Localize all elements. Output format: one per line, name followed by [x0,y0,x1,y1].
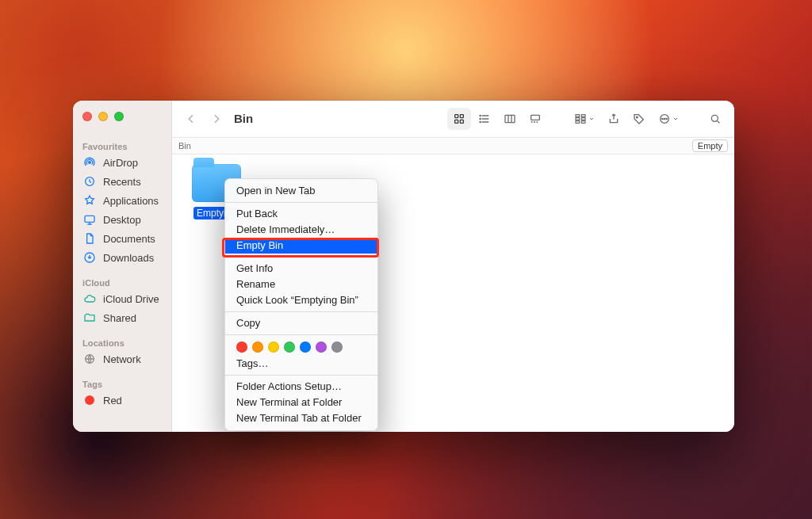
search-button[interactable] [704,108,726,130]
toolbar: Bin [172,101,734,137]
cm-tag-orange[interactable] [252,342,263,353]
svg-rect-13 [531,115,540,120]
finder-window: Favourites AirDrop Recents Applications … [73,101,734,432]
cm-new-terminal-tab-at-folder[interactable]: New Terminal Tab at Folder [225,410,377,426]
cm-quick-look[interactable]: Quick Look “Emptying Bin” [225,292,377,308]
group-by-button[interactable] [569,108,599,130]
recents-icon [82,174,97,189]
cm-separator [225,257,377,258]
svg-rect-5 [455,114,458,117]
cm-tags[interactable]: Tags… [225,356,377,372]
svg-rect-16 [576,120,580,123]
sidebar-item-airdrop[interactable]: AirDrop [73,153,171,172]
path-location: Bin [178,141,191,151]
close-button[interactable] [82,112,92,121]
view-icon-button[interactable] [447,108,471,130]
cm-tag-red[interactable] [236,342,247,353]
sidebar-item-label: Recents [103,176,141,188]
sidebar-item-label: Downloads [103,252,154,264]
sidebar-item-label: Network [103,353,141,365]
documents-icon [82,231,97,246]
fullscreen-button[interactable] [114,112,124,121]
cm-separator [225,334,377,335]
sidebar-section-tags: Tags [73,375,171,391]
svg-rect-7 [455,120,458,123]
path-bar: Bin Empty [172,137,734,155]
cm-tag-purple[interactable] [316,342,327,353]
svg-point-0 [88,161,91,164]
svg-point-20 [636,116,638,118]
icloud-drive-icon [82,292,97,306]
cm-rename[interactable]: Rename [225,277,377,292]
empty-bin-button[interactable]: Empty [692,139,728,152]
sidebar-item-network[interactable]: Network [73,349,171,368]
cm-folder-actions-setup[interactable]: Folder Actions Setup… [225,379,377,395]
cm-empty-bin[interactable]: Empty Bin [225,238,377,254]
network-icon [82,352,97,366]
svg-point-22 [662,118,663,119]
forward-button[interactable] [205,108,228,130]
airdrop-icon [82,155,97,170]
cm-open-in-new-tab[interactable]: Open in New Tab [225,183,377,199]
svg-rect-14 [576,114,580,116]
shared-icon [82,311,97,325]
sidebar-item-label: Shared [103,312,136,324]
tag-red-icon [82,393,97,407]
svg-point-25 [711,115,718,121]
sidebar-item-shared[interactable]: Shared [73,308,171,327]
cm-separator [225,311,377,312]
sidebar-section-locations: Locations [73,334,171,349]
tags-button[interactable] [628,108,650,130]
sidebar-item-tag-red[interactable]: Red [73,391,171,410]
view-gallery-button[interactable] [523,108,547,130]
context-menu: Open in New Tab Put Back Delete Immediat… [224,178,378,431]
applications-icon [82,193,97,208]
sidebar: Favourites AirDrop Recents Applications … [73,101,172,432]
svg-point-23 [664,118,665,119]
cm-tag-colors-row [225,338,377,356]
cm-get-info[interactable]: Get Info [225,261,377,277]
sidebar-item-desktop[interactable]: Desktop [73,210,171,229]
svg-rect-12 [505,115,515,122]
svg-point-11 [480,121,481,122]
svg-rect-15 [576,117,580,120]
sidebar-item-recents[interactable]: Recents [73,172,171,191]
sidebar-item-downloads[interactable]: Downloads [73,248,171,267]
svg-point-24 [666,118,667,119]
sidebar-item-label: Red [103,395,122,406]
svg-rect-8 [460,120,463,123]
cm-new-terminal-at-folder[interactable]: New Terminal at Folder [225,395,377,410]
svg-rect-19 [581,120,585,123]
sidebar-item-label: AirDrop [103,157,138,169]
view-list-button[interactable] [473,108,496,130]
share-button[interactable] [603,108,625,130]
downloads-icon [82,250,97,265]
action-menu-button[interactable] [653,108,684,130]
sidebar-item-label: iCloud Drive [103,293,159,305]
cm-separator [225,202,377,203]
cm-tag-yellow[interactable] [268,342,279,353]
svg-rect-2 [85,216,94,222]
window-controls [82,112,124,121]
cm-copy[interactable]: Copy [225,315,377,331]
svg-rect-17 [581,114,585,116]
window-title: Bin [234,112,253,125]
view-mode-segment [446,106,549,132]
minimize-button[interactable] [98,112,108,121]
sidebar-item-applications[interactable]: Applications [73,191,171,210]
sidebar-item-documents[interactable]: Documents [73,229,171,248]
sidebar-item-label: Applications [103,195,159,207]
sidebar-item-label: Desktop [103,214,141,226]
sidebar-item-icloud-drive[interactable]: iCloud Drive [73,289,171,308]
desktop-icon [82,212,97,227]
svg-point-9 [480,115,481,116]
cm-tag-blue[interactable] [300,342,311,353]
cm-delete-immediately[interactable]: Delete Immediately… [225,222,377,238]
cm-tag-green[interactable] [284,342,295,353]
view-column-button[interactable] [498,108,522,130]
svg-rect-6 [460,114,463,117]
back-button[interactable] [180,108,202,130]
cm-tag-gray[interactable] [331,342,343,353]
sidebar-section-favourites: Favourites [73,137,171,153]
cm-put-back[interactable]: Put Back [225,206,377,222]
